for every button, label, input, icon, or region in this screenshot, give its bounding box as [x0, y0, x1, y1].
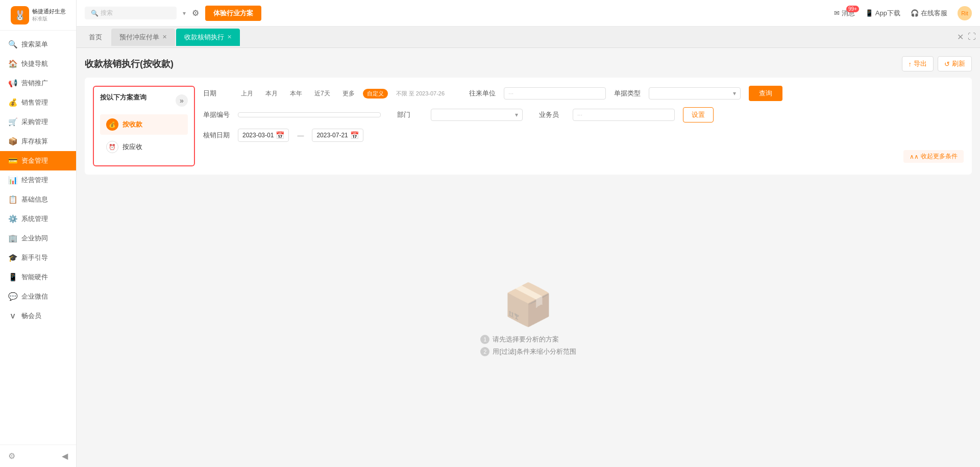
- app-name: 畅捷通好生意: [32, 8, 66, 15]
- empty-illustration: 📦: [503, 281, 554, 329]
- tabbar: 首页 预付冲应付单 ✕ 收款核销执行 ✕ ✕ ⛶: [77, 27, 980, 48]
- filter-area: 日期 上月 本月 本年 近7天 更多 自定义 不限 至 2023-07-26 往…: [203, 86, 964, 166]
- topbar: 🔍 搜索 ▾ ⚙ 体验行业方案 ✉ 消息 99+ 📱 App下载 🎧 在线客服 …: [77, 0, 980, 27]
- tab-receipt-offset-label: 收款核销执行: [184, 33, 224, 42]
- sidebar-item-system[interactable]: ⚙️ 系统管理: [0, 209, 76, 229]
- user-avatar[interactable]: Rit: [958, 6, 972, 20]
- filter-row-2: 单据编号 部门 ▾ 业务员 ··· 设置: [203, 107, 964, 122]
- doc-type-dropdown-icon: ▾: [733, 90, 736, 97]
- tab-expand-icon[interactable]: ⛶: [968, 32, 976, 42]
- sidebar-label-system: 系统管理: [21, 214, 48, 224]
- query-sidebar-collapse-btn[interactable]: »: [176, 94, 188, 107]
- message-icon: ✉: [834, 9, 840, 17]
- counterparty-label: 往来单位: [469, 89, 496, 98]
- query-option-by-receipt[interactable]: 💰 按收款: [100, 114, 188, 135]
- industry-solution-button[interactable]: 体验行业方案: [205, 6, 261, 21]
- doc-number-input[interactable]: [238, 112, 381, 117]
- user-name: Rit: [961, 10, 968, 16]
- by-receipt-icon: 💰: [106, 118, 118, 131]
- tab-close-all-icon[interactable]: ✕: [957, 32, 964, 42]
- sidebar-item-hardware[interactable]: 📱 智能硬件: [0, 267, 76, 287]
- date-btn-custom[interactable]: 自定义: [363, 89, 388, 99]
- query-sidebar-title: 按以下方案查询: [100, 93, 146, 102]
- sidebar-item-guide[interactable]: 🎓 新手引导: [0, 248, 76, 267]
- collapse-more-button[interactable]: ∧∧ 收起更多条件: [903, 150, 964, 163]
- sidebar-item-marketing[interactable]: 📢 营销推广: [0, 73, 76, 93]
- topbar-search-icon: 🔍: [91, 10, 99, 17]
- online-service-icon: 🎧: [911, 9, 919, 17]
- sidebar-label-wechat: 企业微信: [21, 292, 48, 301]
- sidebar-item-inventory[interactable]: 📦 库存核算: [0, 132, 76, 151]
- tab-receipt-offset-close[interactable]: ✕: [227, 34, 232, 40]
- verify-date-end-input[interactable]: 2023-07-21 📅: [312, 129, 363, 142]
- tab-home[interactable]: 首页: [81, 29, 110, 46]
- sidebar-item-purchase[interactable]: 🛒 采购管理: [0, 112, 76, 132]
- date-label: 日期: [203, 89, 229, 98]
- dept-dropdown-icon: ▾: [515, 111, 518, 118]
- filter-row-1: 日期 上月 本月 本年 近7天 更多 自定义 不限 至 2023-07-26 往…: [203, 86, 964, 101]
- system-icon: ⚙️: [8, 214, 17, 224]
- date-btn-more[interactable]: 更多: [338, 88, 359, 100]
- date-btn-this-month[interactable]: 本月: [261, 88, 282, 100]
- app-download-label: App下载: [875, 9, 900, 18]
- topbar-settings-icon[interactable]: ⚙: [192, 8, 199, 18]
- sidebar-item-search-menu[interactable]: 🔍 搜索菜单: [0, 35, 76, 54]
- search-menu-icon: 🔍: [8, 40, 17, 49]
- online-service-label: 在线客服: [921, 9, 947, 18]
- sidebar-label-purchase: 采购管理: [21, 117, 48, 127]
- tab-home-label: 首页: [89, 33, 102, 42]
- topbar-dropdown-arrow[interactable]: ▾: [183, 10, 186, 17]
- query-option-by-receivable[interactable]: ⏰ 按应收: [100, 137, 188, 157]
- refresh-button[interactable]: ↺ 刷新: [938, 56, 972, 71]
- sidebar-item-operation[interactable]: 📊 经营管理: [0, 170, 76, 190]
- sidebar-item-finance[interactable]: 💳 资金管理: [0, 151, 76, 170]
- doc-type-select[interactable]: ▾: [649, 87, 741, 100]
- footer-collapse-icon[interactable]: ◀: [62, 451, 68, 461]
- verify-date-end-calendar[interactable]: 📅: [350, 131, 359, 139]
- basic-info-icon: 📋: [8, 195, 17, 204]
- verify-date-start-calendar[interactable]: 📅: [276, 131, 284, 139]
- date-btn-last-month[interactable]: 上月: [237, 88, 257, 100]
- sidebar-label-basic-info: 基础信息: [21, 195, 48, 204]
- topbar-search-placeholder: 搜索: [101, 9, 113, 17]
- counterparty-input[interactable]: ···: [504, 87, 606, 100]
- dept-select[interactable]: ▾: [431, 109, 523, 121]
- empty-state: 📦 1 请先选择要分析的方案 2 用[过滤]条件来缩小分析范围: [85, 181, 972, 459]
- export-button[interactable]: ↑ 导出: [902, 56, 934, 71]
- sidebar-label-quick-nav: 快捷导航: [21, 59, 48, 68]
- tab-prepay-offset-close[interactable]: ✕: [162, 34, 167, 40]
- date-btn-last-7days[interactable]: 近7天: [310, 88, 334, 100]
- query-button[interactable]: 查询: [749, 86, 782, 101]
- date-btn-this-year[interactable]: 本年: [286, 88, 306, 100]
- refresh-icon: ↺: [944, 60, 950, 68]
- sidebar-item-enterprise[interactable]: 🏢 企业协同: [0, 229, 76, 248]
- doc-type-label: 单据类型: [614, 89, 641, 98]
- sidebar-item-wechat[interactable]: 💬 企业微信: [0, 287, 76, 306]
- doc-number-label: 单据编号: [203, 110, 230, 119]
- settings-button[interactable]: 设置: [683, 107, 714, 122]
- salesperson-input[interactable]: ···: [573, 109, 675, 121]
- online-service-button[interactable]: 🎧 在线客服: [911, 9, 947, 18]
- guide-icon: 🎓: [8, 253, 17, 262]
- sidebar-label-operation: 经营管理: [21, 176, 48, 185]
- sidebar-label-search-menu: 搜索菜单: [21, 40, 48, 49]
- tab-receipt-offset[interactable]: 收款核销执行 ✕: [176, 29, 240, 46]
- sidebar-label-enterprise: 企业协同: [21, 234, 48, 243]
- sidebar-item-basic-info[interactable]: 📋 基础信息: [0, 190, 76, 209]
- app-logo-icon: 🐰: [11, 6, 29, 24]
- verify-date-label: 核销日期: [203, 131, 230, 140]
- main-area: 🔍 搜索 ▾ ⚙ 体验行业方案 ✉ 消息 99+ 📱 App下载 🎧 在线客服 …: [77, 0, 980, 467]
- sidebar-item-member[interactable]: V 畅会员: [0, 306, 76, 326]
- app-download-button[interactable]: 📱 App下载: [865, 9, 900, 18]
- footer-settings-icon[interactable]: ⚙: [8, 451, 15, 461]
- topbar-search-box[interactable]: 🔍 搜索: [85, 7, 177, 19]
- sidebar-item-quick-nav[interactable]: 🏠 快捷导航: [0, 54, 76, 73]
- sidebar-item-sales[interactable]: 💰 销售管理: [0, 93, 76, 112]
- page-header: 收款核销执行(按收款) ↑ 导出 ↺ 刷新: [85, 56, 972, 71]
- tabbar-actions: ✕ ⛶: [957, 32, 976, 42]
- tab-prepay-offset[interactable]: 预付冲应付单 ✕: [111, 29, 175, 46]
- message-button[interactable]: ✉ 消息 99+: [834, 9, 855, 18]
- marketing-icon: 📢: [8, 79, 17, 88]
- hint-num-2: 2: [480, 347, 489, 356]
- verify-date-start-input[interactable]: 2023-03-01 📅: [238, 129, 289, 142]
